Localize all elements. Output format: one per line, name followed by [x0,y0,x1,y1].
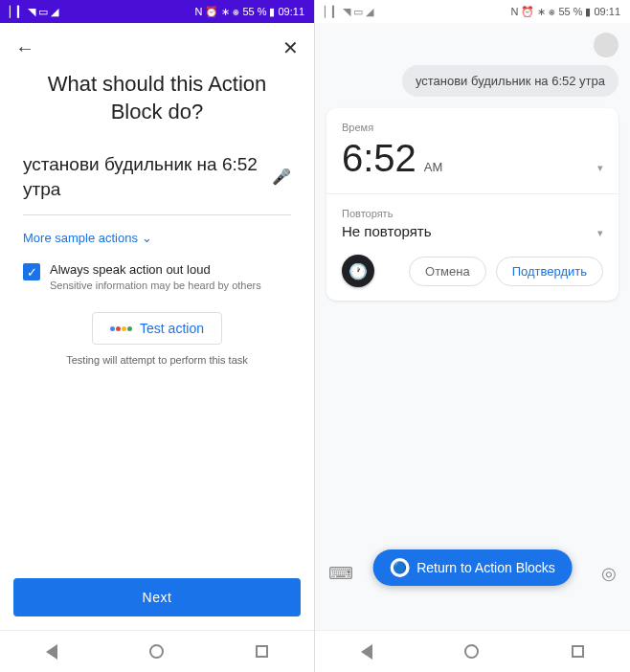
test-note: Testing will attempt to perform this tas… [0,350,314,370]
input-divider [23,214,291,215]
action-blocks-icon: 🔵 [390,558,409,577]
telegram-icon: ◢ [366,6,373,18]
back-button[interactable]: ← [15,37,38,59]
page-title: What should this Action Block do? [0,67,314,145]
mic-icon[interactable]: 🎤 [264,168,291,186]
confirm-button[interactable]: Подтвердить [496,257,603,286]
cancel-button[interactable]: Отмена [409,257,486,286]
next-button[interactable]: Next [13,578,301,616]
time-label: Время [342,122,603,133]
query-chip: установи будильник на 6:52 утра [402,65,619,97]
wifi-icon: ◥ [343,6,350,18]
nav-bar [0,630,314,672]
nav-recent[interactable] [572,645,584,658]
alarm-card: Время 6:52 AM ▾ Повторять Не повторять ▾… [326,108,619,301]
telegram-icon: ◢ [51,6,58,18]
speak-checkbox[interactable]: ✓ [23,263,40,280]
ampm-value: AM [424,160,443,174]
battery-text: 55 % [558,6,582,17]
repeat-value: Не повторять [342,223,431,243]
nfc-icon: N [510,6,518,17]
volte-icon: ▭ [38,6,48,18]
test-btn-label: Test action [140,321,204,336]
keyboard-icon[interactable]: ⌨ [328,563,353,584]
clock-app-button[interactable]: 🕐 [342,255,374,287]
wifi-icon: ◥ [28,6,35,18]
nfc-icon: N [194,6,202,17]
nav-home[interactable] [464,644,479,659]
nav-back[interactable] [46,644,57,660]
return-button[interactable]: 🔵 Return to Action Blocks [372,549,573,586]
assistant-icon [110,326,132,331]
confirm-label: Подтвердить [512,264,587,279]
bluetooth-icon: ∗ [221,6,230,18]
test-action-button[interactable]: Test action [92,312,222,345]
battery-icon: ▮ [269,6,275,18]
sample-link-label: More sample actions [23,231,138,245]
alarm-icon: ⏰ [205,6,218,18]
return-label: Return to Action Blocks [416,560,555,575]
signal-icon: ▏▎ [325,6,340,18]
close-button[interactable]: ✕ [276,36,299,59]
speak-sublabel: Sensitive information may be heard by ot… [50,280,261,291]
nav-recent[interactable] [256,645,268,658]
card-divider [326,193,619,194]
location-icon: ⎈ [549,6,555,17]
repeat-picker[interactable]: Не повторять ▾ [342,223,603,243]
cancel-label: Отмена [425,264,470,279]
avatar[interactable] [594,33,619,57]
nav-bar [315,630,630,672]
clock-icon: 🕐 [349,262,368,280]
alarm-icon: ⏰ [521,6,534,18]
next-label: Next [143,590,172,605]
repeat-label: Повторять [342,208,603,219]
chevron-down-icon: ⌄ [142,231,152,245]
explore-icon[interactable]: ◎ [601,563,617,584]
nav-home[interactable] [149,644,164,659]
bluetooth-icon: ∗ [537,6,546,18]
chevron-down-icon: ▾ [597,162,603,174]
clock-text: 09:11 [278,6,304,17]
nav-back[interactable] [361,644,372,660]
battery-icon: ▮ [585,6,591,18]
time-value: 6:52 [342,137,416,180]
volte-icon: ▭ [353,6,363,18]
clock-text: 09:11 [594,6,620,17]
battery-text: 55 % [242,6,266,17]
location-icon: ⎈ [233,6,239,17]
signal-icon: ▏▎ [10,6,25,18]
chevron-down-icon: ▾ [597,227,603,239]
time-picker[interactable]: 6:52 AM ▾ [342,137,603,180]
sample-actions-link[interactable]: More sample actions ⌄ [0,221,314,255]
speak-label: Always speak action out loud [50,262,261,277]
status-bar: ▏▎ ◥ ▭ ◢ N ⏰ ∗ ⎈ 55 % ▮ 09:11 [315,0,630,23]
status-bar: ▏▎ ◥ ▭ ◢ N ⏰ ∗ ⎈ 55 % ▮ 09:11 [0,0,314,23]
action-input[interactable]: установи будильник на 6:52 утра [23,152,264,201]
